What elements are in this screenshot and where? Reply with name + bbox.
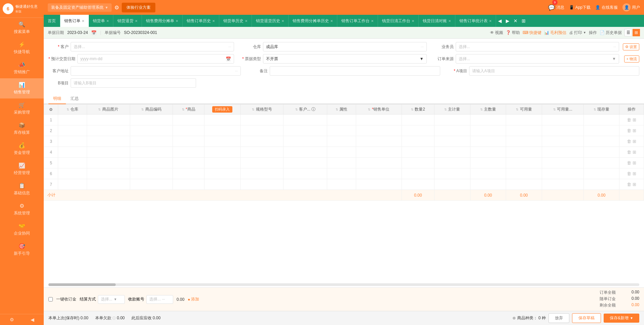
barcode-entry-btn[interactable]: 扫码录入 xyxy=(212,106,232,113)
list-view-btn[interactable]: ☰ xyxy=(624,29,632,36)
col-barcode[interactable]: 扫码录入 xyxy=(204,105,240,115)
col-main-qty[interactable]: ⇅ 主数量 xyxy=(470,105,506,115)
col-warehouse[interactable]: ⇅ 仓库 xyxy=(58,105,87,115)
save-new-button[interactable]: 保存&新增 ▼ xyxy=(604,314,639,323)
address-input[interactable]: ··· xyxy=(71,66,241,76)
copy-row-icon[interactable]: ⊞ xyxy=(633,160,636,165)
delete-row-icon[interactable]: 🗑 xyxy=(627,128,631,133)
tab-sales-order-history[interactable]: 销售订单历史 ✕ xyxy=(183,15,219,27)
tab-sales-stats[interactable]: 销售订单统计表 ✕ xyxy=(455,15,496,27)
b-project-input[interactable]: 请输入B项目 xyxy=(71,78,196,88)
customer-input[interactable]: 选择... ··· xyxy=(71,42,234,51)
messages-item[interactable]: 💬 9 消息 xyxy=(548,4,564,11)
copy-row-icon[interactable]: ⊞ xyxy=(633,182,636,187)
user-item[interactable]: 👤 用户 xyxy=(622,3,640,11)
sidebar-item-sales[interactable]: 📊 销售管理 xyxy=(0,78,44,98)
col-customer-code[interactable]: ⇅ 客户... ⓘ xyxy=(283,105,327,115)
copy-row-icon[interactable]: ⊞ xyxy=(633,139,636,144)
copy-row-icon[interactable]: ⊞ xyxy=(633,171,636,176)
calendar-icon[interactable]: 📅 xyxy=(91,30,97,35)
sidebar-item-inventory[interactable]: 📦 库存核算 xyxy=(0,119,44,139)
app-download-item[interactable]: 📱 App下载 xyxy=(569,5,591,10)
tab-more-icon[interactable]: ✕ xyxy=(512,18,520,24)
tab-close-sales-stats[interactable]: ✕ xyxy=(489,19,492,23)
tab-close-daily-workbench[interactable]: ✕ xyxy=(412,19,414,23)
settings-btn[interactable]: ⚙ 设置 xyxy=(623,43,639,50)
sidebar-item-operations[interactable]: 📈 经营管理 xyxy=(0,159,44,179)
add-payment-btn[interactable]: ● 添加 xyxy=(188,296,199,302)
tab-close-sales-expense-history[interactable]: ✕ xyxy=(330,19,333,23)
salesperson-input[interactable]: 选择... ··· xyxy=(456,42,619,51)
topbar-settings-icon[interactable]: ⚙ xyxy=(114,4,119,11)
discard-button[interactable]: 放弃 xyxy=(548,313,569,323)
order-source-input[interactable]: 选择... ▼ xyxy=(456,54,619,64)
tab-sales-workbench[interactable]: 销售订单工作台 ✕ xyxy=(337,15,378,27)
a-project-input[interactable]: 请输入A项目 xyxy=(469,66,639,76)
delete-row-icon[interactable]: 🗑 xyxy=(627,171,631,176)
tab-close-sales-order-history[interactable]: ✕ xyxy=(212,19,215,23)
tab-summary[interactable]: 汇总 xyxy=(66,94,83,104)
online-service-item[interactable]: 👤 在线客服 xyxy=(595,5,618,10)
delivery-input[interactable]: yyyy-mm-dd 📅 xyxy=(77,54,234,64)
collapse-icon[interactable]: ◀ xyxy=(31,317,34,322)
sidebar-item-purchase[interactable]: 🛒 采购管理 xyxy=(0,98,44,119)
delete-row-icon[interactable]: 🗑 xyxy=(627,139,631,144)
tab-close-sales-order[interactable]: ✕ xyxy=(82,19,84,23)
tab-close-daily-reconcile[interactable]: ✕ xyxy=(448,19,451,23)
tab-sales-expense-history[interactable]: 销售费用分摊单历史 ✕ xyxy=(289,15,337,27)
sidebar-item-basic[interactable]: 📋 基础信息 xyxy=(0,179,44,199)
tab-close-sales-invoice[interactable]: ✕ xyxy=(106,19,109,23)
settings-bottom-icon[interactable]: ⚙ xyxy=(10,317,14,322)
tab-sales-order[interactable]: 销售订单 ✕ xyxy=(60,15,89,27)
copy-row-icon[interactable]: ⊞ xyxy=(633,150,636,155)
industry-btn[interactable]: 体验行业方案 xyxy=(122,3,155,12)
tab-sales-invoice-history[interactable]: 销货单历史 ✕ xyxy=(219,15,252,27)
add-goods-btn[interactable]: + 物流 xyxy=(624,55,639,63)
tab-sales-return-history[interactable]: 销货退货历史 ✕ xyxy=(252,15,289,27)
sidebar-item-marketing[interactable]: 📣 营销推广 xyxy=(0,58,44,78)
warehouse-input[interactable]: 成品库 ··· xyxy=(263,42,426,51)
tab-expand-icon[interactable]: ⊞ xyxy=(520,18,528,24)
tab-prev-icon[interactable]: ◀ xyxy=(496,18,504,24)
remarks-input[interactable] xyxy=(270,66,440,76)
col-available[interactable]: ⇅ 可用量 xyxy=(506,105,542,115)
tab-daily-reconcile[interactable]: 钱货日清对账 ✕ xyxy=(419,15,455,27)
col-qty2[interactable]: ⇅ 数量2 xyxy=(402,105,434,115)
save-draft-button[interactable]: 保存草稿 xyxy=(572,313,601,323)
copy-row-icon[interactable]: ⊞ xyxy=(633,128,636,133)
shortcut-btn[interactable]: ⌨ 快捷键 xyxy=(523,30,541,36)
tab-close-sales-workbench[interactable]: ✕ xyxy=(371,19,374,23)
delete-row-icon[interactable]: 🗑 xyxy=(627,150,631,155)
col-stock[interactable]: ⇅ 现存量 xyxy=(583,105,619,115)
sidebar-item-quick[interactable]: ⚡ 快捷导航 xyxy=(0,38,44,58)
col-spec[interactable]: ⇅ 规格型号 xyxy=(240,105,283,115)
sidebar-item-enterprise[interactable]: 🤝 企业协同 xyxy=(0,219,44,240)
history-btn[interactable]: 📄 历史单据 xyxy=(600,30,622,36)
delivery-calendar-icon[interactable]: 📅 xyxy=(226,56,231,62)
col-sales-unit[interactable]: ⇅ *销售单位 xyxy=(356,105,402,115)
profit-btn[interactable]: 📊 毛利预估 xyxy=(544,30,566,36)
tab-sales-return[interactable]: 销货退货 ✕ xyxy=(113,15,142,27)
tab-sales-invoice[interactable]: 销货单 ✕ xyxy=(89,15,113,27)
scroll-thumb[interactable] xyxy=(48,283,116,286)
sidebar-item-finance[interactable]: 💰 资金管理 xyxy=(0,139,44,159)
sidebar-item-guide[interactable]: 🎯 新手引导 xyxy=(0,240,44,260)
delete-row-icon[interactable]: 🗑 xyxy=(627,117,631,122)
payment-select[interactable]: 选择... ▼ xyxy=(98,295,125,304)
col-main-unit[interactable]: ⇅ 主计量 xyxy=(434,105,470,115)
col-settings[interactable]: ⚙ xyxy=(44,105,58,115)
view-btn[interactable]: 👁 视频 xyxy=(490,30,503,36)
help-btn[interactable]: ❓ 帮助 xyxy=(506,30,520,36)
col-attributes[interactable]: ⇅ 属性 xyxy=(327,105,356,115)
one-click-checkbox[interactable] xyxy=(48,297,53,301)
col-available2[interactable]: ⇅ 可用量... xyxy=(542,105,583,115)
tab-sales-expense[interactable]: 销售费用分摊单 ✕ xyxy=(142,15,183,27)
delete-row-icon[interactable]: 🗑 xyxy=(627,160,631,165)
col-code[interactable]: ⇅ 商品编码 xyxy=(130,105,173,115)
tab-close-sales-expense[interactable]: ✕ xyxy=(176,19,178,23)
tab-close-sales-return-history[interactable]: ✕ xyxy=(281,19,284,23)
sidebar-item-search[interactable]: 🔍 搜索菜单 xyxy=(0,18,44,38)
tab-close-sales-invoice-history[interactable]: ✕ xyxy=(245,19,248,23)
table-scroll[interactable] xyxy=(44,282,644,287)
tab-home[interactable]: 首页 xyxy=(44,15,60,27)
